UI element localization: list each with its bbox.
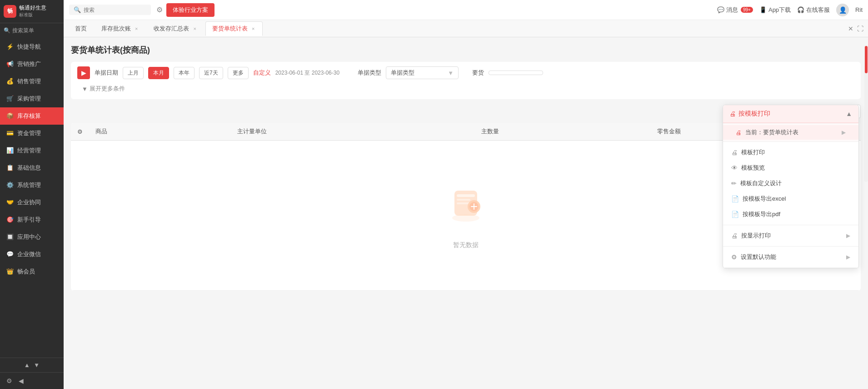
empty-text: 暂无数据 (453, 241, 479, 249)
settings-icon[interactable]: ⚙ (6, 377, 12, 384)
dropdown-item-template-preview[interactable]: 👁模板预览 (723, 160, 858, 176)
tab-receivable-summary[interactable]: 收发存汇总表× (147, 21, 204, 36)
wechat-icon: 💬 (6, 251, 14, 258)
tab-home[interactable]: 首页 (68, 21, 94, 36)
tab-order-stats[interactable]: 要货单统计表× (205, 21, 263, 36)
sound-icon[interactable]: ◀ (19, 377, 24, 384)
current-template-label: 当前：要货单统计表 (745, 128, 798, 136)
topbar-gear-icon[interactable]: ⚙ (156, 5, 163, 14)
dropdown-title: 🖨 按模板打印 (729, 110, 770, 118)
svg-rect-2 (457, 194, 475, 197)
sidebar-item-label: 库存核算 (17, 112, 41, 120)
sidebar-item-vip[interactable]: 👑畅会员 (0, 263, 64, 280)
scrollbar-thumb[interactable] (865, 46, 868, 73)
app-logo[interactable]: 畅 畅通好生意 标准版 (0, 0, 64, 23)
dropdown-display-section: 🖨 按显示打印 ▶ (723, 225, 858, 247)
date-this-month[interactable]: 本月 (148, 67, 169, 79)
app-name: 畅通好生意 (19, 5, 46, 12)
template-preview-label: 模板预览 (741, 164, 765, 172)
tab-close-order-stats[interactable]: × (250, 25, 256, 32)
set-default-icon: ⚙ (731, 253, 737, 261)
message-badge: 99+ (741, 7, 753, 13)
scrollbar[interactable] (864, 45, 868, 182)
sidebar-search[interactable]: 🔍 搜索菜单 (0, 23, 64, 38)
sidebar-item-basic[interactable]: 📋基础信息 (0, 159, 64, 177)
dropdown-item-export-pdf[interactable]: 📄按模板导出pdf (723, 207, 858, 222)
sidebar-scroll-up[interactable]: ▲ (22, 360, 32, 370)
col-settings[interactable]: ⚙ (71, 123, 89, 141)
app-badge: 标准版 (19, 12, 46, 18)
tab-close-inventory-batch[interactable]: × (134, 25, 139, 32)
dropdown-current-item[interactable]: 🖨 当前：要货单统计表 ▶ (723, 125, 858, 140)
dropdown-header-actions: ▲ (846, 110, 852, 117)
set-default-item[interactable]: ⚙ 设置默认功能 ▶ (723, 249, 858, 265)
dropdown-default-section: ⚙ 设置默认功能 ▶ (723, 247, 858, 268)
doc-type-label: 单据类型 (358, 69, 381, 77)
date-this-year[interactable]: 本年 (174, 67, 195, 79)
topbar-search-icon: 🔍 (74, 6, 81, 13)
date-last-month[interactable]: 上月 (123, 67, 144, 79)
sidebar-item-operations[interactable]: 📊经营管理 (0, 142, 64, 159)
sidebar-item-label: 经营管理 (17, 147, 41, 155)
sidebar-item-label: 系统管理 (17, 181, 41, 189)
date-filter-label: 单据日期 (95, 69, 118, 77)
sidebar-item-inventory[interactable]: 📦库存核算 (0, 107, 64, 125)
require-goods-input[interactable] (489, 71, 543, 75)
export-excel-label: 按模板导出excel (743, 195, 786, 203)
sidebar-item-collab[interactable]: 🤝企业协同 (0, 194, 64, 211)
app-download-label: App下载 (768, 6, 791, 14)
appstore-icon: 🔲 (6, 233, 14, 241)
user-avatar[interactable]: 👤 (836, 4, 849, 16)
template-print-icon: 🖨 (731, 149, 738, 156)
online-service-button[interactable]: 🎧 在线客服 (797, 6, 830, 14)
tab-close-receivable-summary[interactable]: × (192, 25, 197, 32)
dropdown-item-template-print[interactable]: 🖨模板打印 (723, 145, 858, 160)
sidebar-item-marketing[interactable]: 📢营销推广 (0, 56, 64, 73)
sidebar-item-label: 企业协同 (17, 198, 41, 207)
template-preview-icon: 👁 (731, 164, 738, 172)
sidebar-item-label: 新手引导 (17, 216, 41, 224)
sidebar-item-system[interactable]: ⚙️系统管理 (0, 177, 64, 194)
dropdown-header: 🖨 按模板打印 ▲ (723, 105, 858, 123)
dropdown-item-export-excel[interactable]: 📄按模板导出excel (723, 191, 858, 207)
tabbar: 首页库存批次账×收发存汇总表×要货单统计表× ✕ ⛶ (64, 20, 868, 37)
tab-label-home: 首页 (75, 25, 87, 33)
dropdown-up-btn[interactable]: ▲ (846, 110, 852, 117)
col-product: 商品 (89, 123, 231, 141)
sidebar-scroll-down[interactable]: ▼ (32, 360, 41, 370)
sidebar-item-wechat[interactable]: 💬企业微信 (0, 246, 64, 263)
tab-label-order-stats: 要货单统计表 (212, 25, 248, 33)
export-pdf-label: 按模板导出pdf (743, 210, 780, 218)
expand-more-btn[interactable]: ▼ 展开更多条件 (77, 83, 130, 95)
display-print-item[interactable]: 🖨 按显示打印 ▶ (723, 228, 858, 243)
trial-button[interactable]: 体验行业方案 (166, 3, 215, 17)
tab-close-button[interactable]: ✕ (848, 25, 853, 32)
sidebar-item-purchase[interactable]: 🛒采购管理 (0, 90, 64, 107)
tab-maximize-button[interactable]: ⛶ (857, 25, 863, 32)
date-more[interactable]: 更多 (228, 67, 249, 79)
date-custom[interactable]: 自定义 (253, 69, 271, 77)
username-label[interactable]: Rit (855, 6, 863, 13)
basic-icon: 📋 (6, 164, 14, 172)
sidebar-item-label: 资金管理 (17, 129, 41, 137)
display-print-label: 按显示打印 (741, 232, 771, 240)
sales-icon: 💰 (6, 78, 14, 85)
message-button[interactable]: 💬 消息 99+ (717, 6, 753, 14)
app-download-button[interactable]: 📱 App下载 (759, 6, 791, 14)
date-7days[interactable]: 近7天 (199, 67, 223, 79)
date-range-value: 2023-06-01 至 2023-06-30 (275, 69, 339, 77)
filter-expand-icon[interactable]: ▶ (77, 66, 90, 79)
guide-icon: 🎯 (6, 216, 14, 223)
tab-inventory-batch[interactable]: 库存批次账× (95, 21, 146, 36)
online-service-label: 在线客服 (806, 6, 830, 14)
topbar-search-box[interactable]: 🔍 (69, 5, 151, 15)
search-input[interactable] (84, 7, 138, 13)
dropdown-item-template-design[interactable]: ✏模板自定义设计 (723, 176, 858, 191)
sidebar-item-appstore[interactable]: 🔲应用中心 (0, 228, 64, 246)
logo-icon: 畅 (4, 5, 16, 18)
sidebar-item-sales[interactable]: 💰销售管理 (0, 73, 64, 90)
sidebar-item-quick-nav[interactable]: ⚡快捷导航 (0, 38, 64, 56)
sidebar-item-finance[interactable]: 💳资金管理 (0, 125, 64, 142)
doc-type-select[interactable]: 单据类型 ▼ (386, 66, 459, 79)
sidebar-item-guide[interactable]: 🎯新手引导 (0, 211, 64, 228)
